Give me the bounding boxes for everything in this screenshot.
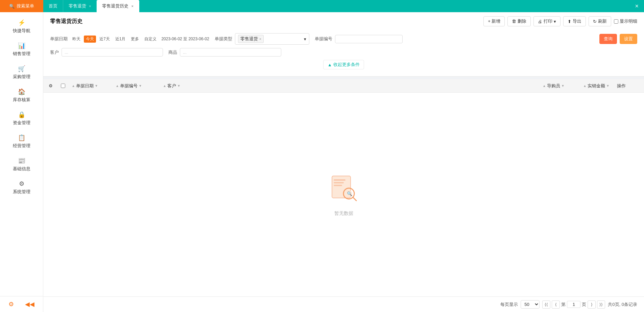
show-detail-label: 显示明细 (620, 18, 637, 24)
settings-button[interactable]: 设置 (620, 34, 637, 44)
date-btn-today[interactable]: 今天 (84, 36, 96, 43)
date-btn-yesterday[interactable]: 昨天 (70, 36, 82, 43)
delete-button[interactable]: 🗑 删除 (507, 16, 531, 26)
date-btn-more[interactable]: 更多 (129, 36, 141, 43)
page-text: 第 (561, 302, 566, 308)
prev-page-button[interactable]: ⟨ (552, 300, 560, 309)
show-detail-input[interactable] (614, 19, 618, 24)
sort-icon-amount-up: ▲ (583, 84, 587, 88)
goods-select[interactable]: ... (180, 48, 281, 57)
sidebar-sound-icon[interactable]: ◀◀ (25, 300, 34, 308)
content-area: 零售退货历史 + 新增 🗑 删除 🖨 打印 ▾ ⬆ 导出 ↻ (43, 12, 644, 312)
print-button[interactable]: 🖨 打印 ▾ (533, 16, 560, 26)
th-customer-label: 客户 (167, 83, 176, 89)
svg-text:🔍: 🔍 (347, 191, 353, 197)
doc-type-dropdown-icon: ▾ (304, 37, 306, 42)
sidebar-bottom: ⚙ ◀◀ (0, 296, 43, 312)
th-doc-date-label: 单据日期 (76, 83, 94, 89)
tab-home[interactable]: 首页 (43, 0, 63, 12)
purchase-mgmt-icon: 🛒 (18, 65, 25, 72)
next-page-button[interactable]: ⟩ (588, 300, 596, 309)
tab-retail-return[interactable]: 零售退货 × (63, 0, 97, 12)
doc-type-select[interactable]: 零售退货 × ▾ (235, 33, 309, 45)
sidebar-item-purchase-mgmt-label: 采购管理 (13, 74, 30, 80)
collapse-label: 收起更多条件 (333, 62, 360, 68)
tab-retail-return-history-label: 零售退货历史 (102, 3, 128, 9)
sidebar-item-inventory[interactable]: 🏠 库存核算 (0, 84, 43, 107)
sort-icon-guide-up: ▲ (543, 84, 546, 88)
page-title: 零售退货历史 (50, 18, 82, 25)
date-btn-last7[interactable]: 近7天 (97, 36, 112, 43)
date-shortcuts: 昨天 今天 近7天 近1月 更多 自定义 (70, 36, 159, 43)
search-menu-label: 搜索菜单 (17, 3, 34, 9)
sidebar-item-finance-label: 资金管理 (13, 120, 30, 126)
doc-type-tag-value: 零售退货 (240, 36, 258, 42)
sidebar-item-sales-mgmt[interactable]: 📊 销售管理 (0, 38, 43, 61)
table-header: ⚙ ▲ 单据日期 ▼ ▲ 单据编号 ▼ ▲ 客户 ▼ (43, 79, 644, 93)
filter-row-1: 单据日期 昨天 今天 近7天 近1月 更多 自定义 2023-06-02 至 2… (50, 33, 637, 45)
th-guide-label: 导购员 (547, 83, 560, 89)
add-button[interactable]: + 新增 (483, 16, 505, 26)
doc-type-label: 单据类型 (215, 36, 232, 42)
th-guide: ▲ 导购员 ▼ (540, 83, 580, 89)
customer-label: 客户 (50, 49, 59, 55)
page-input[interactable]: 1 (567, 301, 580, 308)
operations-icon: 📋 (18, 134, 25, 141)
sort-icon-date-down: ▼ (95, 84, 98, 88)
sidebar: ⚡ 快捷导航 📊 销售管理 🛒 采购管理 🏠 库存核算 🔒 资金管理 📋 经营管… (0, 12, 43, 312)
th-action: 操作 (614, 83, 641, 89)
print-icon: 🖨 (538, 19, 542, 24)
doc-no-input[interactable] (335, 35, 403, 43)
total-info: 共0页, 0条记录 (608, 302, 637, 308)
window-close-button[interactable]: × (635, 3, 644, 10)
tab-retail-return-history[interactable]: 零售退货历史 × (97, 0, 139, 12)
export-icon: ⬆ (568, 19, 571, 24)
goods-filter: 商品 ... (168, 48, 281, 57)
page-nav: ⟨⟨ ⟨ 第 1 页 ⟩ ⟩⟩ (542, 300, 605, 309)
date-btn-custom[interactable]: 自定义 (142, 36, 159, 43)
tab-retail-return-close[interactable]: × (89, 4, 91, 8)
query-button[interactable]: 查询 (599, 34, 617, 44)
doc-type-filter: 单据类型 零售退货 × ▾ (215, 33, 309, 45)
show-detail-checkbox[interactable]: 显示明细 (614, 18, 637, 24)
date-btn-last1m[interactable]: 近1月 (113, 36, 128, 43)
search-menu-area[interactable]: 🔍 搜索菜单 (0, 0, 43, 12)
doc-type-tag-item: 零售退货 × (238, 35, 264, 43)
per-page-select[interactable]: 50 20 100 (521, 300, 540, 309)
toolbar: + 新增 🗑 删除 🖨 打印 ▾ ⬆ 导出 ↻ 刷新 (483, 16, 637, 26)
tab-retail-return-label: 零售退货 (69, 3, 86, 9)
sidebar-settings-icon[interactable]: ⚙ (8, 300, 14, 308)
tab-retail-return-history-close[interactable]: × (131, 4, 133, 8)
column-settings-icon[interactable]: ⚙ (49, 83, 53, 88)
sidebar-item-base-info[interactable]: 📰 基础信息 (0, 153, 43, 176)
filter-row-2: 客户 ... 商品 ... (50, 48, 637, 57)
first-page-button[interactable]: ⟨⟨ (542, 300, 550, 309)
customer-select[interactable]: ... (62, 48, 163, 57)
th-check[interactable] (58, 84, 69, 88)
customer-filter: 客户 ... (50, 48, 163, 57)
sort-icon-docno-down: ▼ (139, 84, 142, 88)
refresh-button[interactable]: ↻ 刷新 (589, 16, 611, 26)
sidebar-item-sales-mgmt-label: 销售管理 (13, 51, 30, 57)
inventory-icon: 🏠 (18, 88, 25, 95)
sidebar-item-purchase-mgmt[interactable]: 🛒 采购管理 (0, 61, 43, 84)
sidebar-item-finance[interactable]: 🔒 资金管理 (0, 107, 43, 130)
refresh-icon: ↻ (593, 19, 597, 24)
sidebar-item-operations[interactable]: 📋 经营管理 (0, 130, 43, 153)
export-button[interactable]: ⬆ 导出 (563, 16, 586, 26)
sort-icon-amount-down: ▼ (606, 84, 610, 88)
sidebar-item-sys-mgmt[interactable]: ⚙ 系统管理 (0, 176, 43, 199)
last-page-button[interactable]: ⟩⟩ (597, 300, 605, 309)
sidebar-item-sys-mgmt-label: 系统管理 (13, 189, 30, 195)
sidebar-item-base-info-label: 基础信息 (13, 166, 30, 172)
pagination: 每页显示 50 20 100 ⟨⟨ ⟨ 第 1 页 ⟩ ⟩⟩ 共0页, 0条记录 (43, 296, 644, 312)
th-settings[interactable]: ⚙ (46, 83, 58, 88)
svg-rect-1 (334, 179, 345, 181)
select-all-checkbox[interactable] (61, 84, 65, 88)
svg-line-5 (353, 197, 356, 201)
sort-icon-cust-down: ▼ (177, 84, 181, 88)
sidebar-item-quick-nav[interactable]: ⚡ 快捷导航 (0, 15, 43, 38)
doc-type-tag-close[interactable]: × (259, 37, 261, 41)
collapse-button[interactable]: ▲ 收起更多条件 (323, 60, 364, 69)
tab-home-label: 首页 (49, 3, 57, 9)
